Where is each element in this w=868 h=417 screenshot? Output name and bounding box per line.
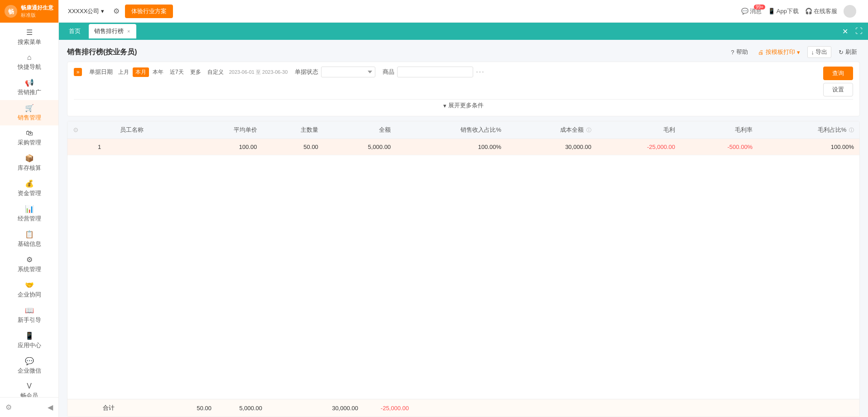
try-industry-button[interactable]: 体验行业方案 bbox=[125, 5, 173, 18]
nav-icon-2: 📢 bbox=[25, 78, 34, 87]
topbar-settings-icon[interactable]: ⚙ bbox=[111, 5, 121, 17]
nav-icon-5: 📦 bbox=[25, 154, 34, 163]
footer-cost-total: 30,000.00 bbox=[313, 405, 358, 412]
table-wrapper: ⚙ 员工名称 平均单价 主数量 全额 销售收入占比% 成本全额 ⓘ bbox=[67, 121, 859, 399]
row-avg-price: 100.00 bbox=[188, 139, 262, 155]
app-download-label: App下载 bbox=[777, 7, 799, 15]
company-name: XXXXX公司 bbox=[68, 7, 99, 15]
tab-close-icon[interactable]: × bbox=[126, 29, 131, 34]
sidebar-item-13[interactable]: 💬企业微信 bbox=[0, 353, 58, 379]
tabbar-right: ✕ ⛶ bbox=[840, 26, 864, 37]
sidebar-item-10[interactable]: 🤝企业协同 bbox=[0, 277, 58, 302]
sales-ranking-table: ⚙ 员工名称 平均单价 主数量 全额 销售收入占比% 成本全额 ⓘ bbox=[67, 121, 859, 155]
nav-label-4: 采购管理 bbox=[18, 139, 41, 147]
print-button[interactable]: 🖨 按模板打印 ▾ bbox=[755, 46, 803, 58]
filter-settings-button[interactable]: 设置 bbox=[823, 83, 853, 96]
nav-label-0: 搜索菜单 bbox=[18, 38, 41, 46]
row-gross-rate: -500.00% bbox=[681, 139, 758, 155]
table-row: 1 100.00 50.00 5,000.00 100.00% 30,000.0… bbox=[67, 139, 859, 155]
user-avatar[interactable] bbox=[844, 5, 856, 18]
prev-month-btn[interactable]: 上月 bbox=[115, 67, 132, 77]
refresh-button[interactable]: ↻ 刷新 bbox=[836, 46, 860, 58]
nav-label-3: 销售管理 bbox=[18, 114, 41, 122]
custom-date-btn[interactable]: 自定义 bbox=[205, 67, 226, 77]
online-service-label: 在线客服 bbox=[814, 7, 837, 15]
more-date-btn[interactable]: 更多 bbox=[187, 67, 204, 77]
online-service-button[interactable]: 🎧 在线客服 bbox=[805, 7, 837, 15]
close-window-icon[interactable]: ✕ bbox=[840, 26, 850, 37]
table-body: 1 100.00 50.00 5,000.00 100.00% 30,000.0… bbox=[67, 139, 859, 155]
expand-window-icon[interactable]: ⛶ bbox=[854, 26, 864, 36]
sidebar-item-9[interactable]: ⚙系统管理 bbox=[0, 252, 58, 277]
help-button[interactable]: ? 帮助 bbox=[728, 46, 750, 58]
tab-home[interactable]: 首页 bbox=[62, 24, 87, 39]
col-gross-rate: 毛利率 bbox=[681, 121, 758, 139]
sidebar-item-3[interactable]: 🛒销售管理 bbox=[0, 100, 58, 125]
col-rank bbox=[84, 121, 115, 139]
query-button[interactable]: 查询 bbox=[823, 67, 853, 80]
nav-label-12: 应用中心 bbox=[18, 341, 41, 350]
export-button[interactable]: ↓ 导出 bbox=[807, 46, 832, 58]
sidebar-item-12[interactable]: 📱应用中心 bbox=[0, 328, 58, 353]
cost-help-icon[interactable]: ⓘ bbox=[586, 127, 591, 133]
nav-icon-13: 💬 bbox=[25, 357, 34, 365]
print-label: 按模板打印 bbox=[766, 48, 795, 56]
col-gross-profit: 毛利 bbox=[597, 121, 681, 139]
company-selector[interactable]: XXXXX公司 ▾ bbox=[64, 5, 108, 17]
gross-pct-help-icon[interactable]: ⓘ bbox=[849, 127, 854, 133]
app-download-button[interactable]: 📱 App下载 bbox=[768, 7, 799, 15]
nav-icon-14: V bbox=[27, 382, 32, 390]
goods-more-icon[interactable]: ··· bbox=[476, 68, 484, 76]
sidebar-item-4[interactable]: 🛍采购管理 bbox=[0, 125, 58, 150]
collapse-sidebar-icon[interactable]: ◀ bbox=[46, 401, 55, 413]
topbar: XXXXX公司 ▾ ⚙ 体验行业方案 💬 消息 99+ 📱 App下载 🎧 在线… bbox=[59, 0, 868, 23]
sidebar-item-14[interactable]: V畅会员 bbox=[0, 379, 58, 397]
row-total: 5,000.00 bbox=[324, 139, 396, 155]
tab-label: 销售排行榜 bbox=[94, 27, 124, 35]
footer-gross-profit: -25,000.00 bbox=[364, 405, 409, 412]
logo: 畅 畅康通好生意 标准版 bbox=[0, 0, 58, 23]
nav-icon-12: 📱 bbox=[25, 331, 34, 340]
seven-days-btn[interactable]: 近7天 bbox=[167, 67, 187, 77]
filter-row: » 单据日期 上月 本月 本年 近7天 更多 自定义 2023-0 bbox=[74, 67, 823, 77]
sidebar-item-5[interactable]: 📦库存核算 bbox=[0, 150, 58, 176]
sidebar-item-7[interactable]: 📊经营管理 bbox=[0, 201, 58, 226]
topbar-right: 💬 消息 99+ 📱 App下载 🎧 在线客服 bbox=[741, 5, 863, 18]
filter-status-item: 单据状态 bbox=[295, 67, 375, 77]
nav-label-10: 企业协同 bbox=[18, 291, 41, 299]
col-sales-pct: 销售收入占比% bbox=[396, 121, 507, 139]
table-footer: 合计 50.00 5,000.00 30,000.00 -25,000.00 bbox=[67, 399, 859, 417]
column-settings-icon[interactable]: ⚙ bbox=[73, 126, 79, 134]
message-button[interactable]: 💬 消息 99+ bbox=[741, 7, 762, 15]
date-filter-label: 单据日期 bbox=[89, 68, 113, 76]
filter-fields: » 单据日期 上月 本月 本年 近7天 更多 自定义 2023-0 bbox=[74, 67, 823, 77]
this-month-btn[interactable]: 本月 bbox=[133, 67, 149, 77]
sidebar-item-6[interactable]: 💰资金管理 bbox=[0, 176, 58, 201]
goods-input[interactable] bbox=[397, 67, 473, 77]
sidebar-item-8[interactable]: 📋基础信息 bbox=[0, 226, 58, 252]
tab-sales-ranking[interactable]: 销售排行榜 × bbox=[89, 24, 136, 38]
nav-label-9: 系统管理 bbox=[18, 265, 41, 273]
sidebar-item-1[interactable]: ⌂快捷导航 bbox=[0, 50, 58, 75]
filter-collapse-toggle[interactable]: » bbox=[74, 68, 82, 76]
page-title: 销售排行榜(按业务员) bbox=[67, 48, 137, 57]
settings-bottom-icon[interactable]: ⚙ bbox=[4, 401, 14, 413]
sidebar-item-11[interactable]: 📖新手引导 bbox=[0, 302, 58, 328]
sidebar: 畅 畅康通好生意 标准版 ☰搜索菜单⌂快捷导航📢营销推广🛒销售管理🛍采购管理📦库… bbox=[0, 0, 59, 417]
expand-more-filters[interactable]: ▾ 展开更多条件 bbox=[74, 99, 853, 111]
this-year-btn[interactable]: 本年 bbox=[150, 67, 166, 77]
status-select[interactable] bbox=[321, 67, 375, 77]
filter-main-row: » 单据日期 上月 本月 本年 近7天 更多 自定义 2023-0 bbox=[74, 67, 853, 96]
refresh-label: 刷新 bbox=[845, 48, 857, 56]
row-sales-pct: 100.00% bbox=[396, 139, 507, 155]
sidebar-item-2[interactable]: 📢营销推广 bbox=[0, 75, 58, 100]
nav-label-8: 基础信息 bbox=[18, 240, 41, 248]
sidebar-item-0[interactable]: ☰搜索菜单 bbox=[0, 24, 58, 50]
row-employee bbox=[115, 139, 188, 155]
page-content: 销售排行榜(按业务员) ? 帮助 🖨 按模板打印 ▾ ↓ 导出 ↻ 刷新 bbox=[59, 40, 868, 417]
row-gross-pct: 100.00% bbox=[758, 139, 859, 155]
row-rank: 1 bbox=[84, 139, 115, 155]
col-settings: ⚙ bbox=[67, 121, 84, 139]
nav-label-11: 新手引导 bbox=[18, 316, 41, 324]
row-gross-profit: -25,000.00 bbox=[597, 139, 681, 155]
